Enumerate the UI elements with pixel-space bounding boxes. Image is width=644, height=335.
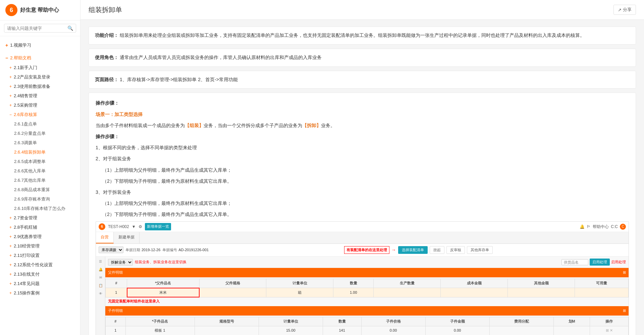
share-button[interactable]: ↗ 分享 [613, 5, 636, 15]
ss-action-btn3[interactable]: 其他库存单 [467, 246, 493, 254]
ss-lth-n7: 费用分配 [489, 317, 553, 326]
sidebar-item-docs[interactable]: − 2.帮助文档 [0, 53, 80, 63]
plus-icon: + [9, 234, 12, 239]
sidebar-leaf-266[interactable]: 2.6.6其他入库单 [0, 166, 80, 176]
ss-expand-icon[interactable]: ⊞ [623, 269, 626, 276]
sidebar-sub-label: 2.10经营管理 [14, 243, 40, 249]
sidebar-sub-label: 2.3使用前数据准备 [14, 83, 50, 90]
logo-text: 好生意 帮助中心 [20, 7, 59, 14]
ss-test-id: TEST-H002 [108, 223, 129, 231]
sidebar-leaf-261[interactable]: 2.6.1盘点单 [0, 119, 80, 129]
sidebar-item-inventory[interactable]: − 2.6库存核算 [0, 110, 80, 119]
ss-icon-1: ☰ [99, 259, 102, 265]
ss-type-select[interactable]: 库存调拨 [99, 246, 123, 253]
sidebar-item-data-prep[interactable]: + 2.3使用前数据准备 [0, 82, 80, 91]
ss-user-avatar: C [620, 224, 626, 230]
sidebar-leaf-2610[interactable]: 2.6.10库存账本错了怎么办 [0, 204, 80, 213]
ops-heading: 操作步骤： [96, 100, 119, 106]
sidebar-item-sales[interactable]: + 2.4销售管理 [0, 91, 80, 101]
ss-annotation-area: 有装配清单的在这里处理 → 选择装配清单 挂起 反审核 其他库存单 [211, 246, 626, 254]
ss-lth-n6: 子件金额 [425, 317, 489, 326]
sidebar: 6 好生意 帮助中心 🔍 + 1.视频学习 − 2.帮助文档 + 2.1新手入门 [0, 0, 80, 335]
ss-lr-n6: 0.00 [425, 326, 489, 335]
nav-section-2: − 2.帮助文档 + 2.1新手入门 + 2.2产品安装及登录 + 2.3使用前… [0, 52, 80, 299]
ss-process-btn[interactable]: 启用处理 [590, 259, 610, 266]
role-label: 使用角色： [95, 55, 118, 60]
ss-lth-n1: *子件品名 [125, 317, 195, 326]
ss-biz-type[interactable]: 拆解业务 [108, 259, 133, 266]
sidebar-item-mobile[interactable]: + 2.8手机旺辅 [0, 223, 80, 232]
ss-new-btn[interactable]: 新增单据一览 [145, 223, 171, 230]
ss-cell-num: 1 [106, 288, 127, 297]
ss-lr-n5: 0.00 [361, 326, 425, 335]
sidebar-item-payment[interactable]: + 2.13在线支付 [0, 270, 80, 279]
screenshot-tabs: 自营 新建单据 [96, 232, 629, 244]
ss-action-btn2[interactable]: 反审核 [446, 246, 465, 254]
ss-lower-expand[interactable]: ⊞ [623, 308, 626, 314]
sidebar-leaf-262[interactable]: 2.6.2分量盘点单 [0, 129, 80, 138]
sidebar-item-purchase[interactable]: + 2.5采购管理 [0, 101, 80, 110]
ss-lth-n8: 划M [553, 317, 590, 326]
sidebar-leaf-269[interactable]: 2.6.9库存账本查询 [0, 194, 80, 204]
intro-text: 组装拆卸单用来处理企业组装或拆卸等加工业务，支持有固定装配清单的产品加工业务，也… [120, 33, 585, 38]
search-input[interactable] [7, 26, 67, 31]
sidebar-leaf-268[interactable]: 2.6.8商品成本重算 [0, 185, 80, 194]
ss-tab-2[interactable]: 新建单据 [114, 232, 140, 243]
sidebar-item-customize[interactable]: + 2.12系统个性化设置 [0, 260, 80, 270]
ss-upper-table: # *父件品名 父件规格 计量单位 数量 生产数量 成本金额 其他金额 可用量 [105, 279, 629, 298]
logo-bar: 6 好生意 帮助中心 [0, 0, 80, 20]
sidebar-sub-label: 2.6库存核算 [14, 112, 37, 118]
sidebar-sub-label: 2.12系统个性化设置 [14, 262, 53, 268]
path-text: 1、库存核算->库存管理->组装拆卸单 2、首页->常用功能 [120, 77, 238, 82]
sidebar-item-install[interactable]: + 2.2产品安装及登录 [0, 72, 80, 82]
ss-icon-5: 👁 [99, 291, 102, 297]
plus-icon: + [9, 84, 12, 89]
ss-icon-3: ✉ [99, 275, 102, 281]
ss-lth-n4: 数量 [323, 317, 361, 326]
ss-upper-header-label: 父件明细 [108, 269, 123, 276]
ss-th-num: # [106, 279, 127, 288]
ss-lower-header: 子件明细 ⊞ [105, 306, 629, 316]
ss-tab-1[interactable]: 自营 [96, 232, 114, 243]
intro-label: 功能介绍： [95, 33, 118, 38]
screenshot-titlebar: 6 TEST-H002 ▼ ⚙ 新增单据一览 🔔 🏳 帮助中心 C:C C [96, 222, 629, 232]
intro-box: 功能介绍： 组装拆卸单用来处理企业组装或拆卸等加工业务，支持有固定装配清单的产品… [89, 26, 636, 45]
ss-icon-4: 📋 [99, 283, 103, 289]
ss-lr-n7 [489, 326, 553, 335]
ss-logo: 6 [99, 223, 105, 230]
sidebar-item-cases[interactable]: + 2.15操作案例 [0, 288, 80, 298]
sidebar-leaf-267[interactable]: 2.6.7其他出库单 [0, 176, 80, 185]
sidebar-item-print[interactable]: + 2.11打印设置 [0, 251, 80, 260]
ss-action-btn1[interactable]: 挂起 [430, 246, 444, 254]
sidebar-item-video[interactable]: + 1.视频学习 [0, 40, 80, 50]
screenshot-body: ☰ 🔔 ✉ 📋 👁 拆解业务 组装业务、拆装业务在这里切换 [96, 257, 629, 335]
sidebar-leaf-265[interactable]: 2.6.5成本调整单 [0, 157, 80, 166]
content-area: 功能介绍： 组装拆卸单用来处理企业组装或拆卸等加工业务，支持有固定装配清单的产品… [80, 20, 644, 335]
ss-lr-action[interactable]: ⊞ ✕ [590, 326, 629, 335]
ss-upper-row-1: 1 米米 箱 1.00 [106, 288, 629, 297]
sidebar-item-finance[interactable]: + 2.7资金管理 [0, 213, 80, 223]
ss-number-group: 单据编号 AD-20191226-001 [162, 247, 209, 254]
plus-icon: + [9, 244, 12, 248]
plus-icon: + [9, 281, 12, 286]
sidebar-leaf-263[interactable]: 2.6.3调拨单 [0, 138, 80, 148]
minus-icon: − [5, 55, 8, 61]
ss-number-value: AD-20191226-001 [178, 247, 209, 254]
sidebar-item-newcomer[interactable]: + 2.1新手入门 [0, 63, 80, 72]
sidebar-item-management[interactable]: + 2.10经营管理 [0, 241, 80, 251]
ss-lth-n9: 操作 [590, 317, 629, 326]
scene1-desc: 当由多个子件材料组装成一个成品的业务为【组装】业务，当由一个父件拆分成多个子产品… [96, 121, 629, 130]
plus-icon: + [9, 216, 12, 220]
path-box: 页面路径： 1、库存核算->库存管理->组装拆卸单 2、首页->常用功能 [89, 71, 636, 89]
search-icon[interactable]: 🔍 [67, 25, 73, 31]
ss-process-input[interactable] [561, 259, 588, 265]
sidebar-leaf-264[interactable]: 2.6.4组装拆卸单 [0, 148, 80, 157]
plus-icon: + [9, 272, 12, 277]
ss-username: C:C [611, 223, 618, 231]
sidebar-item-faq[interactable]: + 2.14常见问题 [0, 279, 80, 288]
minus-icon: − [9, 112, 12, 117]
ss-select-btn[interactable]: 选择装配清单 [398, 246, 428, 254]
ss-lower-row-1: 1 模板 1 15.00 141 0.00 0.00 ⊞ ✕ [106, 326, 629, 335]
sidebar-item-coupon[interactable]: + 2.9优惠券管理 [0, 232, 80, 241]
ss-settings-icon: ⚙ [139, 223, 142, 231]
